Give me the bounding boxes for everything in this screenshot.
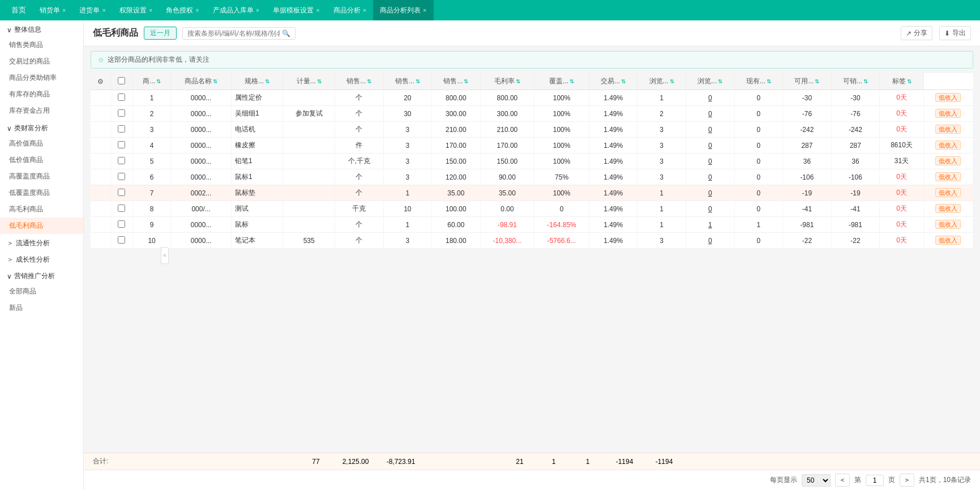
col-coverage[interactable]: 覆盖...⇅ xyxy=(534,73,589,90)
sidebar-item-traded[interactable]: 交易过的商品 xyxy=(0,53,83,70)
row-checkbox[interactable] xyxy=(110,90,132,106)
sidebar-item-low-margin[interactable]: 低毛利商品 xyxy=(0,218,83,234)
col-views2[interactable]: 浏览...⇅ xyxy=(686,73,734,90)
footer-views1: 1 xyxy=(537,458,571,466)
col-spec[interactable]: 规格...⇅ xyxy=(231,73,283,90)
row-check[interactable] xyxy=(118,204,125,212)
row-available: -981 xyxy=(831,217,880,233)
row-check[interactable] xyxy=(118,157,125,164)
close-goods-analysis-icon[interactable]: × xyxy=(363,7,366,14)
close-roles-icon[interactable]: × xyxy=(195,7,199,14)
date-filter-button[interactable]: 近一月 xyxy=(144,27,177,40)
row-checkbox[interactable] xyxy=(110,154,132,169)
sidebar-item-low-value[interactable]: 低价值商品 xyxy=(0,152,83,168)
sidebar-item-new-goods[interactable]: 新品 xyxy=(0,300,83,316)
nav-home[interactable]: 首页 xyxy=(5,0,33,20)
nav-goods-analysis[interactable]: 商品分析 × xyxy=(327,0,373,20)
row-checkbox[interactable] xyxy=(110,201,132,217)
col-unit[interactable]: 计量...⇅ xyxy=(283,73,335,90)
col-code[interactable]: 商...⇅ xyxy=(132,73,171,90)
table-row: 6 0000... 鼠标1 个 3 120.00 90.00 75% 1.49%… xyxy=(91,169,973,185)
sidebar-item-sales-goods[interactable]: 销售类商品 xyxy=(0,37,83,53)
row-unit: 个 xyxy=(335,217,383,233)
col-available[interactable]: 可用...⇅ xyxy=(783,73,832,90)
table-row: 1 0000... 属性定价 个 20 800.00 800.00 100% 1… xyxy=(91,90,973,106)
col-name[interactable]: 商品名称⇅ xyxy=(171,73,232,90)
row-check[interactable] xyxy=(118,220,125,228)
nav-sales[interactable]: 销货单 × xyxy=(33,0,72,20)
page-input[interactable] xyxy=(866,475,884,486)
row-check[interactable] xyxy=(118,141,125,148)
nav-products[interactable]: 产成品入库单 × xyxy=(206,0,266,20)
sidebar-item-low-coverage[interactable]: 低覆盖度商品 xyxy=(0,185,83,201)
col-sales-qty[interactable]: 销售...⇅ xyxy=(335,73,383,90)
col-settings[interactable]: ⚙ xyxy=(91,73,110,90)
search-icon[interactable]: 🔍 xyxy=(282,29,290,37)
sidebar-group-marketing[interactable]: ∨ 营销推广分析 xyxy=(0,267,83,283)
row-checkbox[interactable] xyxy=(110,185,132,201)
col-gross-margin[interactable]: 毛利率⇅ xyxy=(480,73,534,90)
sidebar-item-high-margin[interactable]: 高毛利商品 xyxy=(0,201,83,218)
col-views1[interactable]: 浏览...⇅ xyxy=(637,73,686,90)
row-check[interactable] xyxy=(118,236,125,244)
prev-page-button[interactable]: ＜ xyxy=(835,474,850,487)
export-button[interactable]: ⬇ 导出 xyxy=(939,26,971,40)
sidebar-item-capital[interactable]: 库存资金占用 xyxy=(0,103,83,119)
close-permissions-icon[interactable]: × xyxy=(149,7,152,14)
row-coverage: 1.49% xyxy=(589,106,637,122)
col-sales-amount[interactable]: 销售...⇅ xyxy=(432,73,481,90)
sidebar-item-all-goods[interactable]: 全部商品 xyxy=(0,283,83,300)
share-button[interactable]: ↗ 分享 xyxy=(901,26,932,40)
sidebar-item-category-rate[interactable]: 商品分类助销率 xyxy=(0,70,83,86)
nav-roles[interactable]: 角色授权 × xyxy=(159,0,206,20)
content: 低毛利商品 近一月 🔍 ↗ 分享 ⬇ 导出 xyxy=(84,20,980,490)
sidebar-group-flow[interactable]: ＞ 流通性分析 xyxy=(0,234,83,250)
row-transactions: 1 xyxy=(637,201,686,217)
nav-purchase[interactable]: 进货单 × xyxy=(72,0,112,20)
col-saleable[interactable]: 可销...⇅ xyxy=(831,73,880,90)
col-sales-price[interactable]: 销售...⇅ xyxy=(383,73,432,90)
row-check[interactable] xyxy=(118,125,125,133)
row-checkbox[interactable] xyxy=(110,106,132,122)
row-checkbox[interactable] xyxy=(110,169,132,185)
sidebar-group-wealth[interactable]: ∨ 类财富分析 xyxy=(0,119,83,135)
nav-goods-analysis-list[interactable]: 商品分析列表 × xyxy=(373,0,433,20)
sidebar-group-growth[interactable]: ＞ 成长性分析 xyxy=(0,250,83,267)
row-check[interactable] xyxy=(118,109,125,117)
row-views2: 0 xyxy=(734,122,783,138)
sidebar-collapse-btn[interactable]: « xyxy=(161,247,169,264)
footer-current: -1194 xyxy=(605,458,644,466)
row-check[interactable] xyxy=(118,173,125,180)
row-checkbox[interactable] xyxy=(110,233,132,249)
next-page-button[interactable]: ＞ xyxy=(900,474,914,487)
row-checkbox[interactable] xyxy=(110,122,132,138)
row-tag: 低收入 xyxy=(923,122,973,138)
col-checkbox[interactable] xyxy=(110,73,132,90)
close-goods-analysis-list-icon[interactable]: × xyxy=(423,7,426,14)
sidebar-item-high-value[interactable]: 高价值商品 xyxy=(0,135,83,152)
close-purchase-icon[interactable]: × xyxy=(102,7,105,14)
sidebar-item-high-coverage[interactable]: 高覆盖度商品 xyxy=(0,168,83,185)
row-views2: 0 xyxy=(734,201,783,217)
row-sales-price: 60.00 xyxy=(432,217,481,233)
row-tag: 低收入 xyxy=(923,154,973,169)
close-products-icon[interactable]: × xyxy=(256,7,259,14)
close-templates-icon[interactable]: × xyxy=(316,7,319,14)
col-current-stock[interactable]: 现有...⇅ xyxy=(734,73,783,90)
row-check[interactable] xyxy=(118,93,125,101)
sidebar-group-overall[interactable]: ∨ 整体信息 xyxy=(0,20,83,37)
row-check[interactable] xyxy=(118,189,125,196)
col-transactions[interactable]: 交易...⇅ xyxy=(589,73,637,90)
nav-permissions[interactable]: 权限设置 × xyxy=(113,0,159,20)
sidebar-item-in-stock[interactable]: 有库存的商品 xyxy=(0,86,83,103)
select-all-checkbox[interactable] xyxy=(118,77,125,84)
col-tag[interactable]: 标签⇅ xyxy=(880,73,924,90)
row-name: 吴细细1 xyxy=(231,106,283,122)
per-page-select[interactable]: 50 100 200 xyxy=(802,474,831,487)
close-sales-icon[interactable]: × xyxy=(62,7,66,14)
row-checkbox[interactable] xyxy=(110,138,132,154)
row-checkbox[interactable] xyxy=(110,217,132,233)
search-input[interactable] xyxy=(187,29,280,37)
row-settings xyxy=(91,154,110,169)
nav-templates[interactable]: 单据模板设置 × xyxy=(266,0,326,20)
